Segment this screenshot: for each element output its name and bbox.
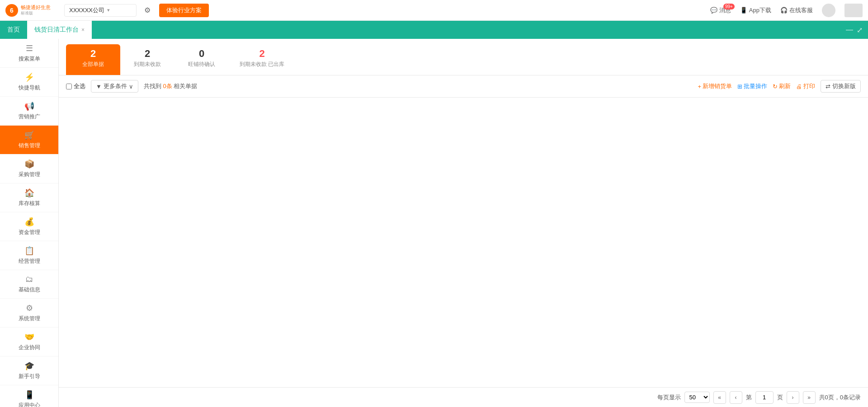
- sidebar-item-system[interactable]: ⚙ 系统管理: [0, 299, 58, 327]
- main-layout: ☰ 搜索菜单 ⚡ 快捷导航 📢 营销推广 🛒 销售管理 📦 采购管理 🏠 库存核…: [0, 39, 868, 407]
- pagination-bar: 每页显示 50 20 100 « ‹ 第 页 › » 共0页，0条记录: [59, 387, 868, 407]
- trial-button[interactable]: 体验行业方案: [159, 4, 209, 17]
- page-of-label: 页: [777, 393, 783, 402]
- select-all-checkbox[interactable]: [66, 84, 72, 89]
- toolbar-right: + 新增销货单 ⊞ 批量操作 ↻ 刷新 🖨 打印 ⇄ 切换新版: [698, 80, 861, 93]
- logo-icon: 6: [5, 4, 18, 17]
- inventory-icon: 🏠: [24, 188, 34, 198]
- switch-icon: ⇄: [826, 83, 830, 90]
- window-controls: — ⤢: [846, 26, 868, 34]
- sidebar-item-search[interactable]: ☰ 搜索菜单: [0, 39, 58, 68]
- home-tab-label: 首页: [7, 26, 20, 34]
- logo-text: 畅捷通好生意: [21, 4, 51, 10]
- refresh-icon: ↻: [773, 83, 778, 90]
- stat-overdue-label: 到期未收款: [131, 61, 164, 68]
- logo-badge: 标准版: [21, 10, 51, 16]
- sidebar-item-label: 库存核算: [19, 200, 40, 207]
- stat-tab-overdue-shipped[interactable]: 2 到期未收款 已出库: [229, 44, 295, 75]
- headset-icon: 🎧: [780, 7, 788, 14]
- switch-label: 切换新版: [832, 82, 856, 90]
- print-icon: 🖨: [796, 83, 802, 90]
- stats-tabs: 2 全部单据 2 到期未收款 0 旺铺待确认 2 到期未收款 已出库: [59, 39, 868, 75]
- sidebar-item-label: 应用中心: [19, 402, 40, 407]
- last-page-button[interactable]: »: [803, 391, 816, 404]
- marketing-icon: 📢: [24, 101, 34, 111]
- header-right: 💬 消息 99+ 📱 App下载 🎧 在线客服: [710, 4, 863, 17]
- sidebar-item-app-center[interactable]: 📱 应用中心: [0, 385, 58, 407]
- page-size-select[interactable]: 50 20 100: [684, 392, 710, 403]
- found-count: 0条: [163, 83, 172, 89]
- next-page-button[interactable]: ›: [787, 391, 799, 404]
- sidebar-item-quicknav[interactable]: ⚡ 快捷导航: [0, 68, 58, 97]
- filter-button[interactable]: ▼ 更多条件 ∨: [91, 80, 138, 93]
- sidebar-item-label: 搜索菜单: [19, 55, 40, 63]
- sidebar-item-label: 新手引导: [19, 373, 40, 380]
- sidebar-item-inventory[interactable]: 🏠 库存核算: [0, 183, 58, 212]
- page-input[interactable]: [755, 391, 774, 404]
- message-button[interactable]: 💬 消息 99+: [710, 6, 731, 14]
- logo-area: 6 畅捷通好生意 标准版: [5, 4, 64, 17]
- sidebar-item-enterprise[interactable]: 🤝 企业协同: [0, 327, 58, 356]
- sidebar-item-purchase[interactable]: 📦 采购管理: [0, 154, 58, 183]
- table-area: [59, 98, 868, 387]
- sidebar-item-label: 经营管理: [19, 257, 40, 265]
- online-service-button[interactable]: 🎧 在线客服: [780, 6, 813, 14]
- sidebar-item-sales[interactable]: 🛒 销售管理: [0, 126, 58, 154]
- stat-tab-overdue[interactable]: 2 到期未收款: [120, 44, 175, 75]
- print-button[interactable]: 🖨 打印: [796, 82, 815, 90]
- sidebar-item-operations[interactable]: 📋 经营管理: [0, 241, 58, 270]
- batch-label: 批量操作: [744, 82, 767, 90]
- stat-tab-wangpu[interactable]: 0 旺铺待确认: [175, 44, 229, 75]
- page-size-label: 每页显示: [657, 393, 681, 402]
- total-info: 共0页，0条记录: [819, 393, 861, 402]
- stat-overdue-number: 2: [131, 48, 164, 60]
- print-label: 打印: [803, 82, 815, 90]
- batch-icon: ⊞: [737, 83, 742, 90]
- refresh-button[interactable]: ↻ 刷新: [773, 82, 791, 90]
- app-download-button[interactable]: 📱 App下载: [740, 6, 771, 14]
- search-menu-icon: ☰: [26, 43, 33, 53]
- sidebar-item-finance[interactable]: 💰 资金管理: [0, 212, 58, 241]
- sidebar-item-basic-info[interactable]: 🗂 基础信息: [0, 270, 58, 299]
- notification-badge: 99+: [723, 4, 735, 9]
- sidebar-item-label: 快捷导航: [19, 84, 40, 92]
- sidebar-item-label: 销售管理: [19, 142, 40, 150]
- tab-close-icon[interactable]: ×: [81, 27, 85, 33]
- online-service-label: 在线客服: [789, 6, 813, 14]
- nav-tabs: 首页 钱货日清工作台 × — ⤢: [0, 21, 868, 39]
- add-sales-order-button[interactable]: + 新增销货单: [698, 82, 732, 90]
- sidebar-item-guide[interactable]: 🎓 新手引导: [0, 356, 58, 385]
- minimize-icon[interactable]: —: [846, 26, 853, 34]
- filter-label: 更多条件: [104, 82, 127, 90]
- stat-all-number: 2: [77, 48, 109, 60]
- first-page-button[interactable]: «: [713, 391, 726, 404]
- stat-tab-all[interactable]: 2 全部单据: [66, 44, 120, 75]
- settings-button[interactable]: ⚙: [140, 3, 155, 18]
- tab-home[interactable]: 首页: [0, 21, 27, 39]
- logo-text-group: 畅捷通好生意 标准版: [21, 4, 51, 16]
- message-icon: 💬: [710, 7, 717, 14]
- company-selector[interactable]: XXXXXX公司 ▾: [64, 4, 137, 17]
- company-name: XXXXXX公司: [69, 6, 104, 14]
- app-download-label: App下载: [749, 6, 771, 14]
- stat-wangpu-number: 0: [185, 48, 218, 60]
- batch-operation-button[interactable]: ⊞ 批量操作: [737, 82, 767, 90]
- tab-qinghuori[interactable]: 钱货日清工作台 ×: [27, 21, 92, 39]
- user-name-area[interactable]: [844, 4, 863, 17]
- sidebar-item-label: 营销推广: [19, 113, 40, 121]
- prev-page-button[interactable]: ‹: [730, 391, 742, 404]
- stat-all-label: 全部单据: [77, 61, 109, 68]
- switch-version-button[interactable]: ⇄ 切换新版: [821, 80, 861, 93]
- sidebar-item-label: 基础信息: [19, 286, 40, 294]
- purchase-icon: 📦: [24, 159, 34, 169]
- stat-overdue-shipped-label: 到期未收款 已出库: [240, 61, 284, 68]
- user-avatar[interactable]: [822, 4, 835, 17]
- operations-icon: 📋: [24, 246, 34, 256]
- sidebar-item-label: 采购管理: [19, 171, 40, 178]
- sidebar-item-label: 系统管理: [19, 315, 40, 323]
- maximize-icon[interactable]: ⤢: [857, 26, 863, 34]
- toolbar: 全选 ▼ 更多条件 ∨ 共找到 0条 相关单据 + 新增销货单 ⊞ 批: [59, 75, 868, 98]
- sidebar-item-marketing[interactable]: 📢 营销推广: [0, 97, 58, 126]
- gear-icon: ⚙: [144, 6, 151, 14]
- finance-icon: 💰: [24, 217, 34, 227]
